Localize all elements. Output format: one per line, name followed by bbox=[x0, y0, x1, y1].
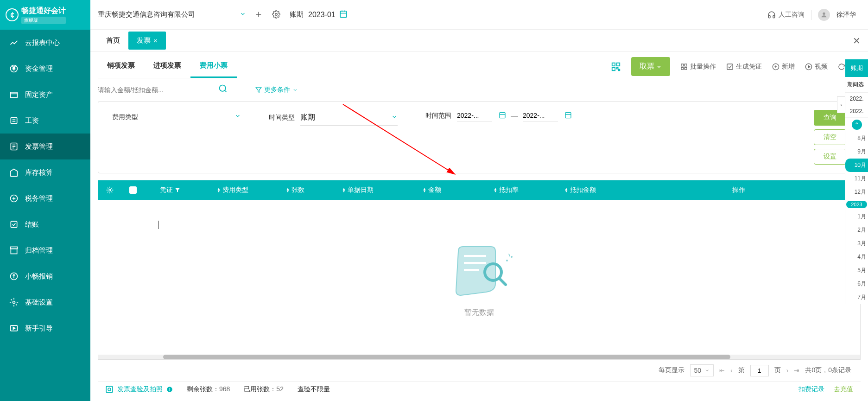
svg-point-62 bbox=[108, 388, 111, 391]
page-label-1: 第 bbox=[738, 366, 745, 375]
search-icon[interactable] bbox=[218, 84, 228, 95]
period-label: 账期 bbox=[290, 10, 304, 19]
video-label: 视频 bbox=[815, 63, 828, 71]
subtab-purchase[interactable]: 进项发票 bbox=[144, 55, 190, 78]
subtab-expense[interactable]: 费用小票 bbox=[190, 55, 237, 78]
sidebar-item-8[interactable]: 归档管理 bbox=[0, 237, 90, 263]
svg-point-16 bbox=[13, 301, 15, 304]
archive-icon bbox=[9, 246, 19, 255]
more-conditions-button[interactable]: 更多条件 bbox=[255, 86, 298, 94]
chart-icon bbox=[9, 38, 19, 47]
th-voucher-label: 凭证 bbox=[160, 186, 173, 194]
chevron-down-icon bbox=[391, 114, 398, 122]
main: 重庆畅捷交通信息咨询有限公司 账期 2023-01 bbox=[90, 0, 868, 401]
username: 徐泽华 bbox=[836, 11, 856, 19]
get-invoice-button[interactable]: 取票 bbox=[631, 57, 670, 76]
video-button[interactable]: 视频 bbox=[805, 63, 828, 71]
period-month[interactable]: 5月 bbox=[845, 264, 868, 277]
period-month[interactable]: 3月 bbox=[845, 237, 868, 250]
sidebar-item-5[interactable]: 库存核算 bbox=[0, 159, 90, 185]
period-month[interactable]: 8月 bbox=[845, 132, 868, 145]
svg-marker-46 bbox=[256, 87, 261, 92]
sidebar-item-9[interactable]: 小畅报销 bbox=[0, 263, 90, 289]
sidebar-item-10[interactable]: 基础设置 bbox=[0, 289, 90, 315]
sidebar-item-label: 库存核算 bbox=[25, 168, 53, 177]
sidebar-item-6[interactable]: 税务管理 bbox=[0, 185, 90, 211]
date-to-input[interactable]: 2022-... bbox=[523, 110, 558, 121]
th-deduct[interactable]: ▲▼抵扣金额 bbox=[543, 186, 617, 194]
th-rate[interactable]: ▲▼抵扣率 bbox=[469, 186, 543, 194]
th-gear-icon[interactable] bbox=[98, 186, 121, 194]
svg-rect-47 bbox=[500, 112, 505, 118]
recharge-link[interactable]: 去充值 bbox=[834, 385, 853, 394]
sidebar-item-3[interactable]: 工资 bbox=[0, 108, 90, 134]
period-month[interactable]: 9月 bbox=[845, 145, 868, 159]
consult-button[interactable]: 人工咨询 bbox=[767, 11, 805, 19]
qr-icon[interactable] bbox=[611, 62, 621, 72]
period-month[interactable]: 11月 bbox=[845, 172, 868, 185]
sidebar-item-0[interactable]: 云报表中心 bbox=[0, 30, 90, 56]
tab-invoice[interactable]: 发票 × bbox=[128, 32, 166, 50]
th-checkbox[interactable] bbox=[121, 186, 145, 194]
tab-home[interactable]: 首页 bbox=[98, 32, 128, 50]
svg-rect-61 bbox=[106, 386, 113, 393]
sidebar-item-2[interactable]: 固定资产 bbox=[0, 82, 90, 108]
period-month[interactable]: 4月 bbox=[845, 250, 868, 264]
avatar[interactable] bbox=[818, 9, 830, 21]
horizontal-scrollbar[interactable] bbox=[98, 355, 860, 359]
settings-button[interactable]: 设置 bbox=[814, 149, 846, 165]
close-icon[interactable]: ✕ bbox=[853, 35, 861, 46]
svg-marker-43 bbox=[808, 65, 810, 68]
sidebar-item-7[interactable]: 结账 bbox=[0, 211, 90, 237]
chevron-down-icon bbox=[240, 11, 246, 19]
svg-rect-34 bbox=[681, 64, 684, 66]
page-input[interactable] bbox=[750, 365, 769, 376]
th-voucher[interactable]: 凭证 bbox=[145, 186, 196, 194]
last-page-icon[interactable]: ⇥ bbox=[794, 367, 799, 374]
gear-icon[interactable] bbox=[272, 10, 281, 19]
subtab-sales[interactable]: 销项发票 bbox=[98, 55, 144, 78]
panel-collapse-icon[interactable]: › bbox=[837, 96, 845, 113]
org-selector[interactable]: 重庆畅捷交通信息咨询有限公司 bbox=[98, 10, 246, 19]
clear-button[interactable]: 清空 bbox=[814, 129, 846, 145]
batch-button[interactable]: 批量操作 bbox=[680, 63, 716, 71]
sidebar-item-4[interactable]: 发票管理 bbox=[0, 134, 90, 159]
period-month[interactable]: 12月 bbox=[845, 185, 868, 199]
th-date[interactable]: ▲▼单据日期 bbox=[321, 186, 395, 194]
period-month[interactable]: 7月 bbox=[845, 291, 868, 304]
svg-rect-2 bbox=[11, 92, 18, 98]
collapse-up-icon[interactable]: ⌃ bbox=[852, 120, 862, 130]
page-size-select[interactable]: 50 bbox=[690, 364, 714, 376]
gen-voucher-button[interactable]: 生成凭证 bbox=[726, 63, 762, 71]
period-month[interactable]: 10月 bbox=[845, 159, 868, 172]
next-page-icon[interactable]: › bbox=[786, 367, 789, 374]
prev-page-icon[interactable]: ‹ bbox=[730, 367, 733, 374]
th-sheets[interactable]: ▲▼张数 bbox=[270, 186, 321, 194]
settings-icon bbox=[9, 298, 19, 307]
first-page-icon[interactable]: ⇤ bbox=[719, 367, 725, 374]
per-page-label: 每页显示 bbox=[659, 366, 684, 375]
more-conditions-label: 更多条件 bbox=[264, 86, 290, 94]
period-year[interactable]: 2022. bbox=[845, 105, 868, 118]
deduction-record-link[interactable]: 扣费记录 bbox=[798, 385, 824, 394]
date-from-input[interactable]: 2022-... bbox=[457, 110, 492, 121]
th-amount[interactable]: ▲▼金额 bbox=[395, 186, 469, 194]
add-button[interactable]: 新增 bbox=[772, 63, 795, 71]
th-fee-type[interactable]: ▲▼费用类型 bbox=[196, 186, 270, 194]
sidebar-item-1[interactable]: ¥资金管理 bbox=[0, 56, 90, 82]
sidebar-item-11[interactable]: 新手引导 bbox=[0, 315, 90, 341]
plus-icon[interactable] bbox=[254, 10, 264, 19]
period-month[interactable]: 2月 bbox=[845, 223, 868, 237]
period-month[interactable]: 1月 bbox=[845, 210, 868, 223]
search-input[interactable] bbox=[98, 86, 218, 94]
calendar-icon[interactable] bbox=[339, 10, 348, 20]
tab-close-icon[interactable]: × bbox=[153, 37, 158, 45]
period-year[interactable]: 2022. bbox=[845, 93, 868, 105]
calendar-icon[interactable] bbox=[564, 111, 572, 121]
table: 凭证 ▲▼费用类型 ▲▼张数 ▲▼单据日期 ▲▼金额 ▲▼抵扣率 ▲▼抵扣金额 … bbox=[98, 180, 861, 360]
period-month[interactable]: 6月 bbox=[845, 277, 868, 291]
svg-point-44 bbox=[220, 85, 226, 91]
calendar-icon[interactable] bbox=[499, 111, 506, 121]
fee-type-select[interactable] bbox=[144, 110, 241, 124]
time-type-select[interactable]: 账期 bbox=[300, 110, 398, 126]
